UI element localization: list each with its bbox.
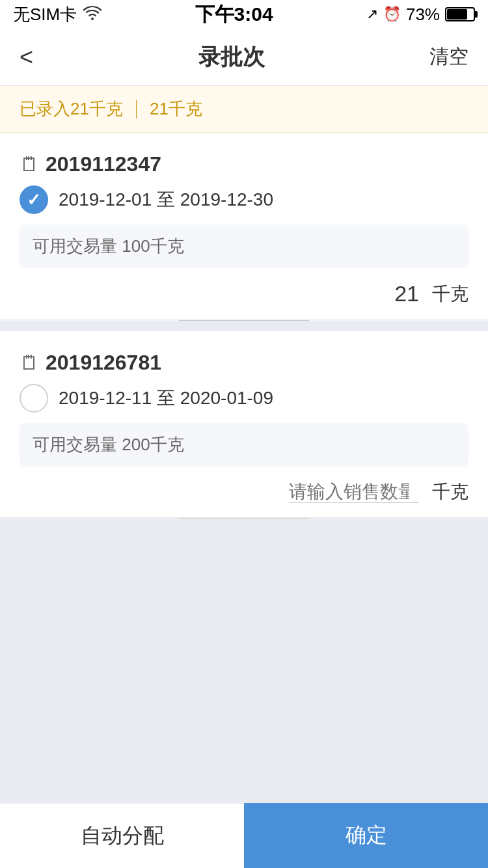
carrier-text: 无SIM卡: [13, 3, 77, 26]
battery-percent: 73%: [406, 5, 440, 25]
batch-2-quantity-input[interactable]: [289, 481, 419, 503]
batch-1-id: 2019112347: [46, 152, 161, 176]
batch-2-date-row: 2019-12-11 至 2020-01-09: [20, 384, 468, 413]
batch-item-1: 🗒 2019112347 2019-12-01 至 2019-12-30 可用交…: [0, 133, 488, 268]
batch-2-id: 2019126781: [46, 351, 161, 375]
status-right: ↗ ⏰ 73%: [366, 5, 475, 25]
bottom-bar: 自动分配 确定: [0, 803, 488, 868]
summary-value: 21千克: [150, 98, 202, 120]
summary-label: 已录入21千克: [20, 98, 123, 120]
batch-item-2: 🗒 2019126781 2019-12-11 至 2020-01-09 可用交…: [0, 331, 488, 467]
batch-1-available: 可用交易量 100千克: [20, 224, 468, 268]
status-time: 下午3:04: [195, 1, 273, 28]
status-left: 无SIM卡: [13, 3, 102, 26]
batch-2-icon: 🗒: [20, 352, 39, 374]
batch-1-date-row: 2019-12-01 至 2019-12-30: [20, 185, 468, 214]
summary-bar: 已录入21千克 21千克: [0, 86, 488, 133]
batch-2-radio[interactable]: [20, 384, 48, 413]
batch-1-quantity-value: 21: [394, 281, 419, 306]
batch-1-quantity-row: 21 千克: [0, 268, 488, 320]
batch-1-icon: 🗒: [20, 154, 39, 176]
batch-2-input-row: 千克: [0, 467, 488, 518]
batch-2-date: 2019-12-11 至 2020-01-09: [59, 386, 273, 411]
summary-divider: [136, 100, 137, 118]
clear-button[interactable]: 清空: [429, 44, 468, 70]
batch-2-unit: 千克: [432, 480, 468, 504]
alarm-icon: ⏰: [383, 6, 401, 23]
location-arrow-icon: ↗: [366, 6, 378, 23]
nav-bar: < 录批次 清空: [0, 29, 488, 86]
battery-icon: [445, 7, 475, 21]
batch-1-date: 2019-12-01 至 2019-12-30: [59, 187, 273, 212]
auto-distribute-button[interactable]: 自动分配: [0, 803, 244, 868]
wifi-icon: [83, 5, 102, 25]
back-button[interactable]: <: [20, 44, 33, 71]
batch-2-available: 可用交易量 200千克: [20, 423, 468, 467]
page-title: 录批次: [198, 42, 265, 72]
batch-1-radio[interactable]: [20, 185, 48, 214]
section-divider: [0, 321, 488, 331]
confirm-button[interactable]: 确定: [244, 803, 488, 868]
status-bar: 无SIM卡 下午3:04 ↗ ⏰ 73%: [0, 0, 488, 29]
empty-area: [0, 519, 488, 844]
batch-1-header: 🗒 2019112347: [20, 152, 468, 176]
batch-2-header: 🗒 2019126781: [20, 351, 468, 375]
batch-1-unit: 千克: [432, 282, 468, 306]
